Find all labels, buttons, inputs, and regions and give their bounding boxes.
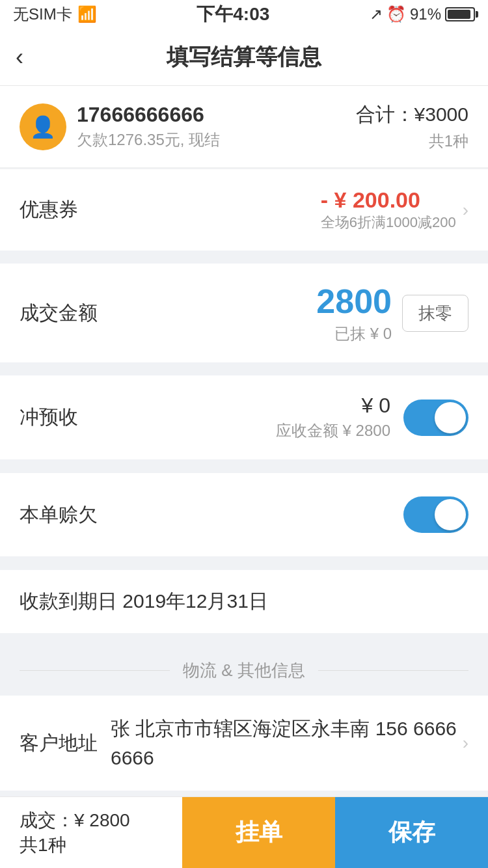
prepay-toggle[interactable] bbox=[403, 400, 468, 436]
battery-icon bbox=[445, 7, 475, 21]
bottom-summary-row: 成交：¥ 2800 bbox=[20, 808, 163, 833]
logistics-line-right bbox=[318, 670, 468, 671]
content-area: 👤 17666666666 欠款1276.35元, 现结 合计：¥3000 共1… bbox=[0, 86, 488, 868]
page-title: 填写结算等信息 bbox=[167, 42, 321, 72]
customer-right: 合计：¥3000 共1种 bbox=[356, 102, 468, 152]
customer-left: 👤 17666666666 欠款1276.35元, 现结 bbox=[20, 103, 220, 150]
prepay-amount: ¥ 0 bbox=[276, 394, 390, 418]
logistics-divider: 物流 & 其他信息 bbox=[0, 646, 488, 695]
address-section[interactable]: 客户地址 张 北京市市辖区海淀区永丰南 156 6666 6666 › bbox=[0, 696, 488, 791]
toggle-knob bbox=[435, 402, 466, 433]
status-time: 下午4:03 bbox=[197, 2, 269, 27]
prepay-label: 冲预收 bbox=[20, 404, 78, 431]
hold-button[interactable]: 挂单 bbox=[182, 797, 335, 869]
coupon-row[interactable]: 优惠券 - ¥ 200.00 全场6折满1000减200 › bbox=[0, 169, 488, 251]
address-value: 张 北京市市辖区海淀区永丰南 156 6666 6666 bbox=[111, 714, 463, 772]
amount-row: 成交金额 2800 已抹 ¥ 0 抹零 bbox=[20, 264, 468, 362]
debit-toggle-knob bbox=[435, 499, 466, 530]
carrier-text: 无SIM卡 bbox=[13, 4, 72, 25]
customer-phone: 17666666666 bbox=[77, 103, 220, 127]
bottom-summary: 成交：¥ 2800 共1种 bbox=[0, 808, 182, 858]
nav-bar: ‹ 填写结算等信息 bbox=[0, 29, 488, 86]
status-bar: 无SIM卡 📶 下午4:03 ↗ ⏰ 91% bbox=[0, 0, 488, 29]
debit-label: 本单赊欠 bbox=[20, 502, 98, 528]
address-label: 客户地址 bbox=[20, 730, 98, 757]
coupon-label: 优惠券 bbox=[20, 197, 78, 223]
amount-sub: 已抹 ¥ 0 bbox=[316, 323, 392, 344]
back-button[interactable]: ‹ bbox=[16, 44, 23, 71]
prepay-row: 冲预收 ¥ 0 应收金额 ¥ 2800 bbox=[20, 375, 468, 459]
coupon-amount: - ¥ 200.00 bbox=[321, 187, 456, 213]
amount-right: 2800 已抹 ¥ 0 抹零 bbox=[316, 282, 468, 344]
wifi-icon: 📶 bbox=[77, 5, 97, 23]
bottom-summary-amount: ¥ 2800 bbox=[74, 810, 130, 830]
customer-total: 合计：¥3000 bbox=[356, 102, 468, 128]
status-left: 无SIM卡 📶 bbox=[13, 4, 97, 25]
debit-row: 本单赊欠 bbox=[20, 473, 468, 556]
customer-debt: 欠款1276.35元, 现结 bbox=[77, 129, 220, 150]
alarm-icon: ⏰ bbox=[386, 5, 406, 23]
prepay-section: 冲预收 ¥ 0 应收金额 ¥ 2800 bbox=[0, 375, 488, 459]
prepay-values: ¥ 0 应收金额 ¥ 2800 bbox=[276, 394, 390, 441]
debit-toggle[interactable] bbox=[403, 496, 468, 533]
prepay-receivable: 应收金额 ¥ 2800 bbox=[276, 420, 390, 441]
section-divider-2 bbox=[0, 362, 488, 375]
chevron-right-icon: › bbox=[463, 200, 468, 221]
coupon-right: - ¥ 200.00 全场6折满1000减200 › bbox=[321, 187, 468, 232]
battery-percent: 91% bbox=[410, 5, 441, 23]
logistics-line-left bbox=[20, 670, 170, 671]
bottom-bar: 成交：¥ 2800 共1种 挂单 保存 bbox=[0, 796, 488, 868]
coupon-desc: 全场6折满1000减200 bbox=[321, 213, 456, 232]
customer-card: 👤 17666666666 欠款1276.35元, 现结 合计：¥3000 共1… bbox=[0, 86, 488, 168]
logistics-label: 物流 & 其他信息 bbox=[170, 659, 318, 682]
bottom-summary-label: 成交： bbox=[20, 810, 74, 830]
avatar: 👤 bbox=[20, 103, 66, 150]
amount-label: 成交金额 bbox=[20, 300, 98, 327]
section-divider-4 bbox=[0, 556, 488, 569]
amount-section: 成交金额 2800 已抹 ¥ 0 抹零 bbox=[0, 264, 488, 362]
date-section: 收款到期日 2019年12月31日 bbox=[0, 570, 488, 633]
customer-info: 17666666666 欠款1276.35元, 现结 bbox=[77, 103, 220, 150]
save-button[interactable]: 保存 bbox=[335, 797, 488, 869]
prepay-right: ¥ 0 应收金额 ¥ 2800 bbox=[276, 394, 468, 441]
debit-section: 本单赊欠 bbox=[0, 473, 488, 556]
amount-value: 2800 bbox=[316, 282, 392, 321]
section-divider-3 bbox=[0, 459, 488, 472]
bottom-summary-count: 共1种 bbox=[20, 833, 163, 858]
status-right: ↗ ⏰ 91% bbox=[370, 5, 475, 23]
section-divider-1 bbox=[0, 251, 488, 264]
address-chevron-icon: › bbox=[463, 733, 468, 753]
customer-count: 共1种 bbox=[356, 131, 468, 152]
date-text: 收款到期日 2019年12月31日 bbox=[20, 588, 468, 615]
location-icon: ↗ bbox=[370, 5, 383, 23]
round-button[interactable]: 抹零 bbox=[402, 295, 468, 332]
